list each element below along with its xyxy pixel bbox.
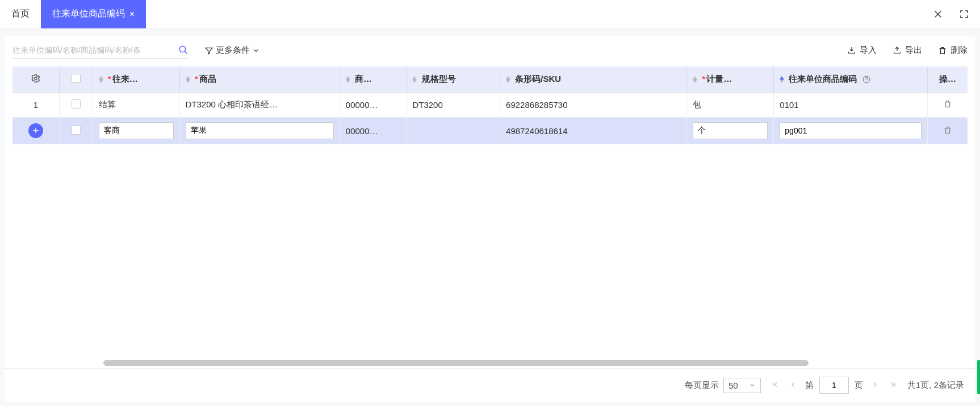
column-unit-label: 计量… — [706, 74, 732, 84]
column-product[interactable]: *商品 — [179, 66, 340, 93]
required-star: * — [702, 74, 706, 84]
column-partner-label: 往来… — [112, 74, 138, 84]
column-checkbox-all[interactable] — [59, 66, 93, 93]
import-label: 导入 — [860, 45, 877, 56]
tab-close-icon[interactable]: × — [129, 10, 135, 19]
cell-product-code[interactable]: 00000… — [340, 118, 407, 144]
svg-marker-8 — [186, 80, 190, 83]
cell-partner-product-code[interactable]: 0101 — [774, 93, 928, 118]
svg-point-4 — [35, 77, 37, 80]
table-row[interactable]: 1 结算 DT3200 心相印茶语经… 00000… DT3200 692286… — [12, 93, 968, 118]
column-partner-product-code[interactable]: 往来单位商品编码 — [774, 66, 928, 93]
column-product-label: 商品 — [199, 74, 216, 84]
row-number: 1 — [12, 93, 59, 118]
table-empty-area — [5, 144, 975, 360]
column-action-label: 操… — [939, 74, 956, 84]
search-input[interactable] — [12, 42, 178, 58]
page-size-select[interactable]: 50 — [723, 378, 761, 393]
pagination-summary: 共1页, 2条记录 — [907, 380, 964, 391]
export-button[interactable]: 导出 — [893, 45, 922, 56]
column-spec[interactable]: 规格型号 — [407, 66, 500, 93]
column-product-code-label: 商… — [355, 74, 372, 84]
cell-product-code[interactable]: 00000… — [340, 93, 407, 118]
unit-input[interactable] — [693, 122, 768, 139]
partner-input[interactable] — [99, 122, 174, 139]
tab-home[interactable]: 首页 — [0, 0, 41, 28]
tab-home-label: 首页 — [11, 8, 30, 20]
cell-barcode[interactable]: 6922868285730 — [500, 93, 687, 118]
page-size-value: 50 — [728, 381, 738, 390]
more-conditions-label: 更多条件 — [216, 45, 250, 56]
page-number-input[interactable] — [819, 377, 849, 394]
cell-spec[interactable]: DT3200 — [407, 93, 500, 118]
svg-marker-10 — [346, 80, 350, 83]
fullscreen-icon[interactable] — [956, 6, 972, 22]
more-conditions-button[interactable]: 更多条件 — [204, 45, 260, 56]
svg-marker-18 — [780, 80, 784, 83]
row-delete-button[interactable] — [943, 99, 952, 109]
tabs-right-controls — [930, 6, 980, 22]
help-icon[interactable] — [862, 75, 871, 84]
svg-line-3 — [185, 51, 187, 54]
cell-partner[interactable] — [93, 118, 179, 144]
sort-icon — [693, 76, 697, 83]
partner-product-code-input[interactable] — [780, 122, 922, 139]
delete-button[interactable]: 删除 — [938, 45, 968, 56]
cell-unit[interactable]: 包 — [687, 93, 774, 118]
product-input[interactable] — [186, 122, 334, 139]
svg-point-2 — [179, 46, 186, 52]
row-checkbox[interactable] — [72, 99, 81, 109]
column-settings[interactable] — [12, 66, 59, 93]
cell-partner-product-code[interactable] — [774, 118, 928, 144]
page-next-button[interactable] — [869, 380, 881, 391]
table-row[interactable]: + 00000… 4987240618614 — [12, 118, 968, 144]
checkbox-all[interactable] — [72, 74, 81, 83]
add-row-button[interactable]: + — [28, 123, 43, 138]
cell-spec[interactable] — [407, 118, 500, 144]
svg-marker-14 — [506, 80, 510, 83]
column-partner-product-code-label: 往来单位商品编码 — [789, 74, 857, 84]
svg-marker-6 — [99, 80, 103, 83]
trash-icon — [938, 46, 947, 55]
column-barcode[interactable]: 条形码/SKU — [500, 66, 687, 93]
row-delete-button[interactable] — [943, 126, 952, 135]
scrollbar-thumb[interactable] — [103, 360, 809, 366]
chevron-down-icon — [749, 382, 756, 389]
cell-product[interactable] — [179, 118, 340, 144]
svg-marker-12 — [412, 80, 417, 83]
page-size: 每页显示 50 — [685, 378, 761, 393]
sort-icon — [412, 76, 417, 83]
delete-label: 删除 — [950, 45, 968, 56]
toolbar: 更多条件 导入 导出 删除 — [5, 36, 975, 66]
page-first-button[interactable] — [769, 380, 781, 391]
cell-product[interactable]: DT3200 心相印茶语经… — [179, 93, 340, 118]
close-all-icon[interactable] — [930, 6, 946, 22]
horizontal-scrollbar[interactable] — [12, 360, 968, 368]
column-partner[interactable]: *往来… — [93, 66, 179, 93]
row-checkbox[interactable] — [72, 126, 81, 135]
sort-icon — [99, 76, 103, 83]
page-last-button[interactable] — [887, 380, 899, 391]
chevron-down-icon — [252, 47, 260, 55]
import-icon — [847, 46, 856, 55]
sort-icon — [506, 76, 510, 83]
page-prev-button[interactable] — [787, 380, 799, 391]
search-field — [12, 42, 189, 59]
filter-icon — [204, 46, 213, 55]
import-button[interactable]: 导入 — [847, 45, 877, 56]
column-product-code[interactable]: 商… — [340, 66, 407, 93]
side-indicator[interactable] — [977, 360, 980, 394]
per-page-label: 每页显示 — [685, 380, 719, 391]
column-unit[interactable]: *计量… — [687, 66, 774, 93]
sort-icon — [186, 76, 190, 83]
search-icon[interactable] — [178, 45, 189, 55]
cell-partner[interactable]: 结算 — [93, 93, 179, 118]
table-header-row: *往来… *商品 商… — [12, 66, 968, 93]
cell-unit[interactable] — [687, 118, 774, 144]
export-icon — [893, 46, 902, 55]
page-nav: 第 页 — [769, 377, 899, 394]
column-barcode-label: 条形码/SKU — [515, 74, 561, 84]
svg-marker-16 — [693, 80, 697, 83]
tab-partner-product-code[interactable]: 往来单位商品编码 × — [41, 0, 146, 28]
cell-barcode[interactable]: 4987240618614 — [500, 118, 687, 144]
